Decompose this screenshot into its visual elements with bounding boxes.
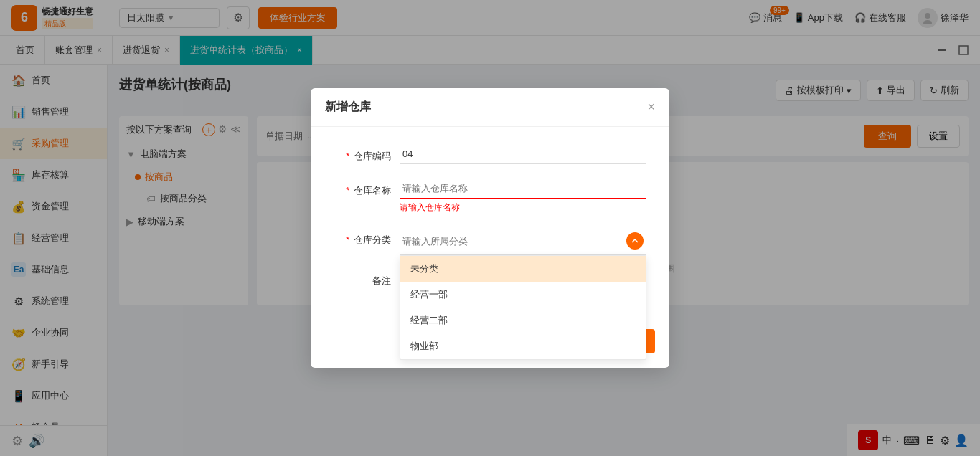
dropdown-item-property[interactable]: 物业部 <box>400 333 646 359</box>
dropdown-item-dept2[interactable]: 经营二部 <box>400 308 646 333</box>
name-label: * 仓库名称 <box>334 179 391 197</box>
modal-title: 新增仓库 <box>325 100 371 115</box>
modal-header: 新增仓库 × <box>311 88 669 127</box>
code-label: * 仓库编码 <box>334 144 391 163</box>
warehouse-code-input[interactable] <box>400 144 646 164</box>
category-dropdown-list: 未分类 经营一部 经营二部 物业部 <box>400 255 646 360</box>
note-label: 备注 <box>334 269 391 288</box>
form-row-code: * 仓库编码 <box>334 144 646 164</box>
new-warehouse-modal: 新增仓库 × * 仓库编码 * 仓库名称 <box>311 88 669 368</box>
dropdown-item-dept1[interactable]: 经营一部 <box>400 282 646 308</box>
category-field-wrapper: 未分类 经营一部 经营二部 物业部 <box>400 228 646 255</box>
category-label: * 仓库分类 <box>334 228 391 247</box>
category-dropdown-arrow[interactable] <box>626 232 644 250</box>
modal-body: * 仓库编码 * 仓库名称 请输入仓库名称 <box>311 127 669 320</box>
category-input[interactable] <box>402 236 626 247</box>
category-dropdown-trigger[interactable] <box>400 228 646 255</box>
dropdown-item-uncategorized[interactable]: 未分类 <box>400 256 646 282</box>
code-field-wrapper <box>400 144 646 164</box>
form-row-category: * 仓库分类 未分类 经营一部 经营二部 物业部 <box>334 228 646 255</box>
warehouse-name-input[interactable] <box>400 179 646 199</box>
modal-close-btn[interactable]: × <box>647 100 655 115</box>
form-row-name: * 仓库名称 请输入仓库名称 <box>334 179 646 214</box>
name-field-wrapper: 请输入仓库名称 <box>400 179 646 214</box>
name-error-msg: 请输入仓库名称 <box>400 201 646 214</box>
modal-overlay[interactable]: 新增仓库 × * 仓库编码 * 仓库名称 <box>0 0 980 456</box>
